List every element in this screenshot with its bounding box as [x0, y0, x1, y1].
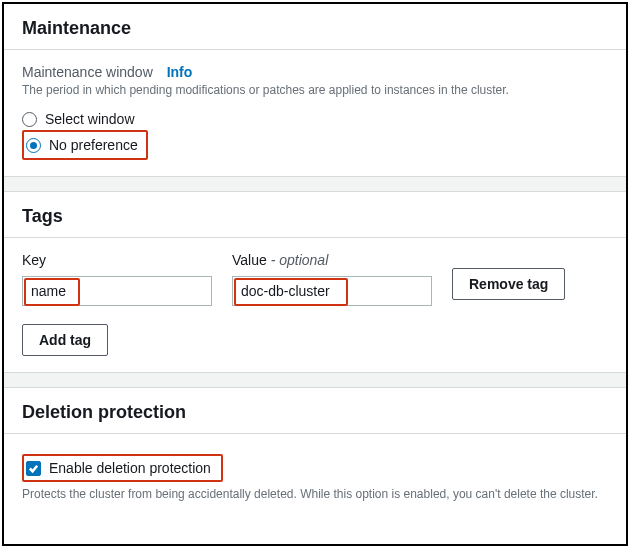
highlight-tag-value — [232, 276, 432, 306]
tags-header: Tags — [4, 192, 626, 237]
add-tag-row: Add tag — [22, 324, 608, 356]
radio-no-preference[interactable]: No preference — [26, 134, 138, 156]
tag-key-input[interactable] — [22, 276, 212, 306]
maintenance-header: Maintenance — [4, 4, 626, 49]
maintenance-window-info-link[interactable]: Info — [167, 64, 193, 80]
highlight-no-preference: No preference — [22, 130, 148, 160]
panel-separator — [4, 176, 626, 192]
radio-icon — [22, 112, 37, 127]
deletion-header: Deletion protection — [4, 388, 626, 433]
tags-title: Tags — [22, 206, 608, 227]
tags-row: Key Value - optional Remove tag — [22, 252, 608, 306]
maintenance-window-label-row: Maintenance window Info — [22, 64, 608, 80]
highlight-enable-deletion: Enable deletion protection — [22, 454, 223, 482]
tag-remove-column: Remove tag — [452, 268, 565, 300]
tag-key-column: Key — [22, 252, 212, 306]
maintenance-title: Maintenance — [22, 18, 608, 39]
maintenance-window-desc: The period in which pending modification… — [22, 82, 608, 98]
maintenance-window-radio-group: Select window No preference — [22, 108, 608, 160]
enable-deletion-checkbox[interactable]: Enable deletion protection — [26, 460, 211, 476]
tag-key-label: Key — [22, 252, 212, 268]
config-form-region: Maintenance Maintenance window Info The … — [2, 2, 628, 546]
tags-body: Key Value - optional Remove tag Add tag — [4, 252, 626, 372]
deletion-body: Enable deletion protection Protects the … — [4, 434, 626, 518]
highlight-tag-key — [22, 276, 212, 306]
checkbox-checked-icon — [26, 461, 41, 476]
tag-value-label-text: Value — [232, 252, 267, 268]
deletion-desc: Protects the cluster from being accident… — [22, 486, 608, 502]
deletion-title: Deletion protection — [22, 402, 608, 423]
divider — [4, 237, 626, 238]
divider — [4, 49, 626, 50]
maintenance-window-label: Maintenance window — [22, 64, 153, 80]
tag-value-optional: - optional — [271, 252, 329, 268]
panel-separator — [4, 372, 626, 388]
remove-tag-button[interactable]: Remove tag — [452, 268, 565, 300]
enable-deletion-label: Enable deletion protection — [49, 460, 211, 476]
add-tag-button[interactable]: Add tag — [22, 324, 108, 356]
tag-value-label: Value - optional — [232, 252, 432, 268]
tag-value-input[interactable] — [232, 276, 432, 306]
radio-icon — [26, 138, 41, 153]
radio-label: Select window — [45, 111, 135, 127]
maintenance-body: Maintenance window Info The period in wh… — [4, 64, 626, 176]
tag-value-column: Value - optional — [232, 252, 432, 306]
radio-select-window[interactable]: Select window — [22, 108, 608, 130]
radio-label: No preference — [49, 137, 138, 153]
